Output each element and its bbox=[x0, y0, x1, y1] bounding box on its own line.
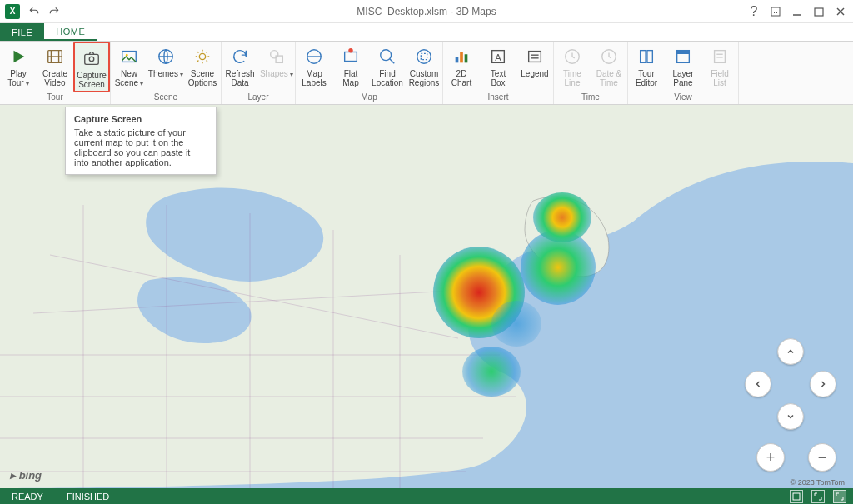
shapes-icon bbox=[267, 47, 287, 67]
svg-rect-29 bbox=[529, 52, 541, 62]
camera-icon bbox=[82, 48, 102, 68]
find-location-label: FindLocation bbox=[372, 69, 403, 87]
layer-pane-label: LayerPane bbox=[672, 69, 693, 87]
quick-access-toolbar: X bbox=[0, 4, 60, 19]
pan-left-button[interactable] bbox=[745, 371, 771, 397]
group-view-label: View bbox=[628, 92, 738, 104]
refresh-data-label: RefreshData bbox=[225, 69, 254, 87]
field-list-icon bbox=[710, 47, 730, 67]
svg-point-20 bbox=[348, 48, 353, 53]
film-icon bbox=[45, 47, 65, 67]
refresh-data-button[interactable]: RefreshData bbox=[222, 42, 258, 92]
svg-rect-26 bbox=[465, 54, 468, 62]
title-bar: X MISC_Desktop.xlsm - 3D Maps ? bbox=[0, 0, 853, 23]
pan-down-button[interactable] bbox=[777, 403, 804, 430]
scene-options-button[interactable]: SceneOptions bbox=[184, 42, 221, 92]
pan-up-button[interactable] bbox=[777, 338, 804, 365]
svg-point-16 bbox=[271, 51, 278, 58]
map-nav-pad bbox=[745, 338, 836, 430]
capture-screen-tooltip: Capture Screen Take a static picture of … bbox=[65, 107, 217, 175]
themes-button[interactable]: Themes bbox=[147, 42, 184, 92]
bing-logo: ▸ bing bbox=[10, 469, 42, 482]
tooltip-body: Take a static picture of your current ma… bbox=[74, 127, 207, 167]
window-title: MISC_Desktop.xlsm - 3D Maps bbox=[0, 6, 853, 17]
svg-rect-25 bbox=[460, 52, 463, 63]
group-tour-label: Tour bbox=[0, 92, 110, 104]
ribbon-options-icon[interactable] bbox=[770, 6, 781, 17]
text-box-button[interactable]: A TextBox bbox=[480, 42, 516, 92]
map-labels-label: MapLabels bbox=[302, 69, 326, 87]
legend-label: Legend bbox=[521, 69, 548, 78]
group-insert: 2DChart A TextBox Legend Insert bbox=[443, 42, 554, 104]
svg-point-11 bbox=[89, 57, 94, 62]
svg-rect-38 bbox=[677, 51, 690, 54]
capture-screen-button[interactable]: CaptureScreen bbox=[73, 42, 110, 92]
pan-right-button[interactable] bbox=[810, 371, 836, 397]
timeline-icon bbox=[562, 47, 582, 67]
group-time: TimeLine Date &Time Time bbox=[554, 42, 628, 104]
tooltip-title: Capture Screen bbox=[74, 114, 207, 124]
map-labels-button[interactable]: MapLabels bbox=[296, 42, 332, 92]
tour-editor-icon bbox=[636, 47, 656, 67]
zoom-in-button[interactable]: + bbox=[756, 443, 785, 472]
layer-pane-button[interactable]: LayerPane bbox=[665, 42, 701, 92]
redo-icon[interactable] bbox=[48, 6, 60, 17]
refresh-icon bbox=[230, 47, 250, 67]
group-map-label: Map bbox=[296, 92, 442, 104]
svg-rect-39 bbox=[715, 51, 726, 63]
tab-home[interactable]: HOME bbox=[44, 23, 97, 41]
group-layer: RefreshData Shapes Layer bbox=[222, 42, 296, 104]
maximize-icon[interactable] bbox=[813, 6, 825, 17]
text-box-icon: A bbox=[488, 47, 508, 67]
excel-logo-icon: X bbox=[5, 4, 20, 19]
group-time-label: Time bbox=[554, 92, 627, 104]
window-controls: ? bbox=[748, 6, 853, 17]
flat-map-button[interactable]: FlatMap bbox=[332, 42, 369, 92]
status-view-expand-icon[interactable] bbox=[811, 490, 825, 503]
shapes-button[interactable]: Shapes bbox=[258, 42, 295, 92]
find-location-button[interactable]: FindLocation bbox=[369, 42, 406, 92]
close-icon[interactable] bbox=[835, 6, 846, 17]
time-line-button: TimeLine bbox=[554, 42, 591, 92]
field-list-button: FieldList bbox=[701, 42, 738, 92]
create-video-button[interactable]: CreateVideo bbox=[37, 42, 73, 92]
date-time-label: Date &Time bbox=[596, 69, 622, 87]
status-view-fullscreen-icon[interactable] bbox=[833, 490, 846, 503]
svg-rect-34 bbox=[641, 51, 646, 63]
new-scene-button[interactable]: NewScene bbox=[111, 42, 147, 92]
2d-chart-label: 2DChart bbox=[451, 69, 471, 87]
2d-chart-button[interactable]: 2DChart bbox=[443, 42, 480, 92]
datetime-icon bbox=[599, 47, 619, 67]
group-map: MapLabels FlatMap FindLocation CustomReg… bbox=[296, 42, 443, 104]
play-tour-label: PlayTour bbox=[7, 69, 29, 88]
tab-bar: FILE HOME bbox=[0, 23, 853, 42]
group-insert-label: Insert bbox=[443, 92, 553, 104]
svg-rect-54 bbox=[793, 493, 800, 500]
flat-map-label: FlatMap bbox=[342, 69, 358, 87]
sun-gear-icon bbox=[192, 47, 212, 67]
svg-rect-2 bbox=[815, 8, 823, 16]
play-tour-button[interactable]: PlayTour bbox=[0, 42, 37, 92]
zoom-out-button[interactable]: − bbox=[808, 443, 836, 472]
help-icon[interactable]: ? bbox=[748, 6, 760, 17]
status-view-normal-icon[interactable] bbox=[790, 490, 803, 503]
svg-point-15 bbox=[199, 53, 205, 59]
regions-icon bbox=[414, 47, 434, 67]
map-zoom-controls: + − bbox=[756, 443, 836, 472]
status-ready: READY bbox=[0, 492, 55, 502]
undo-icon[interactable] bbox=[28, 6, 40, 17]
play-icon bbox=[8, 47, 28, 67]
custom-regions-button[interactable]: CustomRegions bbox=[406, 42, 442, 92]
date-time-button: Date &Time bbox=[591, 42, 627, 92]
status-finished: FINISHED bbox=[55, 492, 121, 502]
ribbon: PlayTour CreateVideo CaptureScreen Tour … bbox=[0, 42, 853, 105]
tour-editor-button[interactable]: TourEditor bbox=[628, 42, 665, 92]
group-view: TourEditor LayerPane FieldList View bbox=[628, 42, 739, 104]
map-canvas[interactable]: Capture Screen Take a static picture of … bbox=[0, 105, 853, 488]
svg-point-23 bbox=[417, 50, 431, 64]
minimize-icon[interactable] bbox=[791, 6, 803, 17]
new-scene-label: NewScene bbox=[115, 69, 144, 88]
legend-button[interactable]: Legend bbox=[516, 42, 553, 92]
tab-file[interactable]: FILE bbox=[0, 23, 44, 41]
field-list-label: FieldList bbox=[711, 69, 729, 87]
